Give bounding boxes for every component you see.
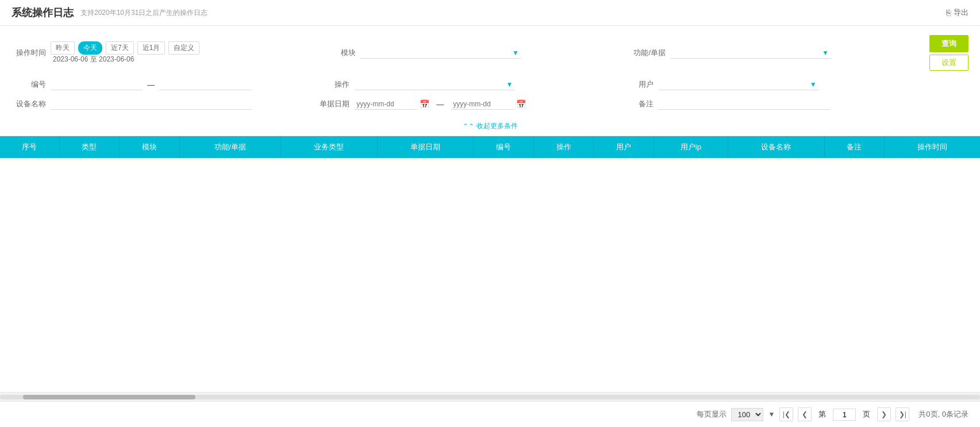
voucher-date-label: 单据日期 — [315, 99, 349, 109]
filter-row-3: 设备名称 单据日期 📅 — 📅 备注 — [11, 98, 969, 110]
time-btn-today[interactable]: 今天 — [78, 41, 102, 55]
collapse-icon: ⌃⌃ — [463, 122, 474, 130]
col-remark: 备注 — [824, 136, 884, 158]
code-input-start[interactable] — [51, 79, 143, 90]
date-start-input[interactable] — [354, 99, 417, 110]
operation-select-wrap: ▼ — [354, 79, 515, 90]
date-end-input[interactable] — [451, 99, 514, 110]
time-btn-yesterday[interactable]: 昨天 — [51, 41, 75, 55]
time-btn-custom[interactable]: 自定义 — [168, 41, 199, 55]
user-select[interactable] — [658, 79, 819, 90]
time-btn-1month[interactable]: 近1月 — [137, 41, 166, 55]
operation-select[interactable] — [354, 79, 515, 90]
time-btn-7days[interactable]: 近7天 — [106, 41, 134, 55]
device-filter-group: 设备名称 — [11, 98, 292, 110]
device-input[interactable] — [51, 98, 252, 110]
function-select-wrap: ▼ — [670, 47, 831, 59]
col-user: 用户 — [594, 136, 654, 158]
time-filter-group: 操作时间 昨天 今天 近7天 近1月 自定义 2023-06-06 至 2023… — [11, 41, 298, 64]
prev-page-button[interactable]: ❮ — [798, 407, 812, 421]
table-header-row: 序号 类型 模块 功能/单据 业务类型 单据日期 编号 操作 用户 用户ip 设… — [0, 136, 980, 158]
page-subtitle: 支持2020年10月31日之后产生的操作日志 — [80, 8, 207, 18]
remark-filter-group: 备注 — [619, 98, 900, 110]
pagination-bar: 每页显示 100 50 200 ▼ |❮ ❮ 第 页 ❯ ❯| 共0页, 0条记… — [0, 401, 980, 427]
col-user-ip: 用户ip — [654, 136, 728, 158]
function-label: 功能/单据 — [631, 48, 666, 58]
time-label: 操作时间 — [11, 48, 46, 58]
col-biz-type: 业务类型 — [281, 136, 378, 158]
scrollbar-track — [0, 395, 980, 399]
first-page-button[interactable]: |❮ — [779, 407, 793, 421]
user-label: 用户 — [619, 79, 654, 90]
device-label: 设备名称 — [11, 99, 46, 109]
operation-filter-group: 操作 ▼ — [315, 79, 595, 90]
filter-row-1: 操作时间 昨天 今天 近7天 近1月 自定义 2023-06-06 至 2023… — [11, 35, 969, 71]
page-header: 系统操作日志 支持2020年10月31日之后产生的操作日志 ⎘ 导出 — [0, 0, 980, 26]
action-buttons: 查询 设置 — [929, 35, 969, 71]
scrollbar-area[interactable] — [0, 392, 980, 401]
function-filter-group: 功能/单据 ▼ — [631, 47, 918, 59]
col-code: 编号 — [474, 136, 533, 158]
voucher-date-filter-group: 单据日期 📅 — 📅 — [315, 99, 595, 110]
module-label: 模块 — [321, 48, 356, 58]
export-icon: ⎘ — [946, 8, 951, 17]
time-buttons: 昨天 今天 近7天 近1月 自定义 — [51, 41, 199, 55]
table-area: 序号 类型 模块 功能/单据 业务类型 单据日期 编号 操作 用户 用户ip 设… — [0, 136, 980, 392]
per-page-arrow: ▼ — [768, 410, 775, 418]
date-end-icon[interactable]: 📅 — [516, 99, 526, 109]
data-table: 序号 类型 模块 功能/单据 业务类型 单据日期 编号 操作 用户 用户ip 设… — [0, 136, 980, 330]
filter-row-2: 编号 — 操作 ▼ 用户 — [11, 79, 969, 90]
collapse-bar[interactable]: ⌃⌃ 收起更多条件 — [11, 118, 969, 136]
per-page-label: 每页显示 — [697, 409, 727, 420]
col-function: 功能/单据 — [179, 136, 280, 158]
col-seq: 序号 — [0, 136, 59, 158]
date-start-icon[interactable]: 📅 — [420, 99, 429, 109]
export-button[interactable]: ⎘ 导出 — [946, 7, 969, 18]
code-input-end[interactable] — [159, 79, 251, 90]
collapse-label: 收起更多条件 — [476, 121, 518, 131]
module-select[interactable] — [360, 47, 521, 59]
next-page-button[interactable]: ❯ — [877, 407, 891, 421]
user-select-wrap: ▼ — [658, 79, 819, 90]
col-voucher-date: 单据日期 — [377, 136, 474, 158]
filter-area: 操作时间 昨天 今天 近7天 近1月 自定义 2023-06-06 至 2023… — [0, 26, 980, 136]
col-type: 类型 — [59, 136, 119, 158]
code-label: 编号 — [11, 79, 46, 90]
page-wrapper: 系统操作日志 支持2020年10月31日之后产生的操作日志 ⎘ 导出 操作时间 … — [0, 0, 980, 427]
user-filter-group: 用户 ▼ — [619, 79, 900, 90]
time-range: 2023-06-06 至 2023-06-06 — [53, 55, 199, 64]
date-dash: — — [436, 100, 444, 109]
table-head: 序号 类型 模块 功能/单据 业务类型 单据日期 编号 操作 用户 用户ip 设… — [0, 136, 980, 158]
module-select-wrap: ▼ — [360, 47, 521, 59]
page-label: 第 — [818, 409, 826, 420]
date-range-wrap: 📅 — 📅 — [354, 99, 526, 110]
module-filter-group: 模块 ▼ — [321, 47, 608, 59]
code-filter-group: 编号 — — [11, 79, 292, 90]
query-button[interactable]: 查询 — [929, 35, 969, 52]
per-page-select[interactable]: 100 50 200 — [731, 408, 763, 421]
total-info: 共0页, 0条记录 — [918, 409, 969, 420]
col-device: 设备名称 — [728, 136, 824, 158]
last-page-button[interactable]: ❯| — [896, 407, 909, 421]
export-label: 导出 — [954, 7, 969, 18]
col-operation: 操作 — [533, 136, 593, 158]
remark-input[interactable] — [658, 98, 831, 110]
col-op-time: 操作时间 — [884, 136, 980, 158]
settings-button[interactable]: 设置 — [929, 55, 969, 71]
col-module: 模块 — [120, 136, 179, 158]
operation-label: 操作 — [315, 79, 349, 90]
function-select[interactable] — [670, 47, 831, 59]
page-unit: 页 — [863, 409, 870, 420]
code-dash: — — [147, 80, 155, 89]
empty-row — [0, 158, 980, 330]
scrollbar-thumb[interactable] — [23, 395, 195, 399]
page-number-input[interactable] — [833, 409, 856, 421]
page-title: 系统操作日志 — [11, 6, 74, 20]
table-body — [0, 158, 980, 330]
remark-label: 备注 — [619, 99, 654, 109]
